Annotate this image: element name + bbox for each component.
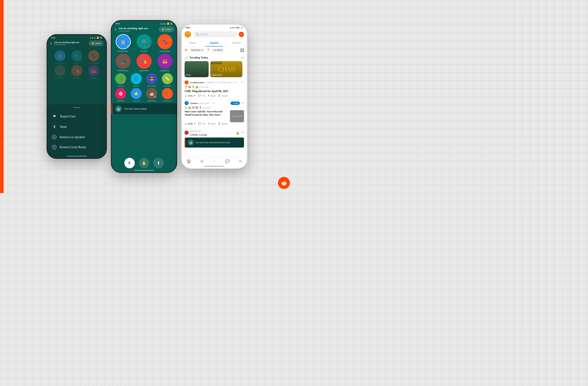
share-pol[interactable]: ⬆ Share [208,122,215,125]
trend-card-israel[interactable]: Israel [185,61,209,77]
room-info-1: ∨ Ask me anything right now 5,830 listen… [50,41,80,46]
global-label: GLOBAL [213,49,223,52]
upvote-pol[interactable]: ▲ 26.5k ▼ [185,122,196,125]
remove-room-item[interactable]: ✕ Remove from Room [47,142,106,152]
tab-awarded[interactable]: Awarded [225,39,247,46]
avatar-item-3[interactable]: 🐾 🔇 internetdesigns [86,50,101,64]
avatar-sortheworms[interactable]: 🍂 sortheworms [160,88,175,102]
room-listeners-1: 5,830 listeners [54,44,80,46]
global-filter[interactable]: GLOBAL [212,48,225,52]
avatar-kevinshieldsg[interactable]: 📺 kevinshieldsg... [113,54,133,71]
leave-button-2[interactable]: 🖐 Leave [159,27,174,32]
avatar-cinco-time[interactable]: ⭐ cinco_time [129,88,144,102]
post-wsb: r/ r/wallstreetbets u/OPINION_IS_UNPOPUL… [182,78,247,99]
avatar-item-2[interactable]: 👾 🔇 mbv2021 [69,50,84,64]
subreddit-pol[interactable]: r/politics [190,102,198,104]
avatar-internetdesigns[interactable]: 🐾 🔇 internetdesigns [155,34,174,52]
hand-button[interactable]: ✋ [139,158,149,168]
hot-posts-label: Hot Posts [191,49,200,52]
avatar-mbv2021[interactable]: 👾 🔇 mbv2021 [134,34,154,52]
award-wsb[interactable]: 🏆 Award [218,94,227,97]
phone-dark-full: 9:41 ▲▲▲ 📶 🔋 ∨ Ask me anything right now… [111,20,177,173]
post-thumb-pol: thedailybeast.com [230,110,244,122]
award-count-wsb: 223 Awards [199,86,209,88]
trend-label-israel: Israel [186,74,190,76]
post-title-pol: Matt Gaetz Said His 'Travel Records' Wou… [185,110,228,116]
join-button-pol[interactable]: + Join [231,102,240,105]
comments-pol[interactable]: 💬 1.2k [198,122,206,125]
tab-popular[interactable]: Popular [203,39,225,46]
post-promoted: OR PROMOTED u/OReilly_Learning 🔒 ••• 🤖 Y… [182,127,247,150]
grid-toggle[interactable] [240,48,244,52]
chevron-icon-1[interactable]: ∨ [50,41,52,45]
promoted-user: u/OReilly_Learning [190,134,207,136]
nav-browse[interactable]: ⊞ [200,159,203,164]
avatar-turbotime[interactable]: 🌀 turbotime [129,73,144,87]
search-bar[interactable]: 🔍 Search [193,31,237,37]
avatar-item-1[interactable]: 🤖 🎤 moderatorlarry [52,50,68,64]
avatar-timrobinon90[interactable]: 😎 timrobinon90 [145,73,159,87]
left-accent [0,0,4,193]
search-icon: 🔍 [196,33,199,36]
avatar-bonesrthe[interactable]: 🦴 ✋ bonesrthe$ [160,73,175,87]
phone-reddit: 8:05 ▲▲▲ LTE 🔋 😺 🔍 Search Free Home Popu… [181,24,247,169]
remove-speaker-item[interactable]: ✕ Remove as Speaker [47,132,106,142]
status-bar-1: 9:41 ▲▲▲ 📶 🔋 [47,35,106,40]
nav-chat[interactable]: 💬 [225,159,230,164]
post-time-wsb: • [232,81,233,84]
mute-item[interactable]: 🎙 Mute [47,122,106,132]
award-pol-3: 🤡 [192,106,195,109]
report-user-item[interactable]: ⚑ Report User [47,111,106,122]
lock-icon: 🔒 [236,131,240,135]
avatar-galaxie5001[interactable]: 🎭 galaxie5001 [134,54,154,71]
promoted-more[interactable]: ••• [241,131,244,134]
post-time-pol: • [211,102,211,104]
avatar-moderatorlarry[interactable]: 🤖 🎤 moderatorlarry [113,34,133,52]
nav-create[interactable]: + [213,159,215,164]
hot-posts-filter[interactable]: Hot Posts ∨ [189,48,205,52]
trending-cards: Israel PROMOTED CHAD Chad on tbs [185,61,244,77]
avatar-item-6[interactable]: 🦊 teddy2gloves [86,65,101,79]
avatar-teddy2gloves[interactable]: 🦊 teddy2gloves [155,54,174,71]
sheet-handle[interactable] [73,107,80,108]
promoted-label-chad: PROMOTED [211,62,222,64]
post-actions-wsb: ▲ 13.1k ▼ 💬 7.5k ⬆ Share 🏆 Award [185,94,244,97]
post-more-wsb[interactable]: ••• [241,81,244,84]
phone-dark-menu: 9:41 ▲▲▲ 📶 🔋 ∨ Ask me anything right now… [47,34,107,159]
wifi-icon: 📶 [97,37,99,39]
free-badge[interactable]: Free [239,32,244,37]
remove-room-icon: ✕ [52,145,56,149]
avatar-jomboy819[interactable]: 🌸 jomboy819 [113,88,128,102]
share-button[interactable]: ⬆ [153,158,164,168]
award-pol[interactable]: 🏆 Award [218,122,227,125]
award-3: 🏅 [192,86,195,89]
trend-card-chad[interactable]: PROMOTED CHAD Chad on tbs [210,61,242,77]
tab-home[interactable]: Home [182,39,203,46]
chevron-icon-2[interactable]: ∨ [114,27,117,31]
upvote-icon-pol: ▲ [185,122,187,125]
avatar-item-5[interactable]: 🎭 galaxie5001 [69,65,84,79]
comments-wsb[interactable]: 💬 7.5k [198,94,206,97]
trending-more[interactable]: ••• [241,56,244,60]
avatar-pastaman[interactable]: 🌿 ✋ pastaman [113,73,128,87]
post-user-pol: u/new-man2 [199,102,210,104]
avatar-dumbstarbuck[interactable]: ☕ ✋ dumbstarbuck [145,88,159,102]
share-wsb[interactable]: ⬆ Share [208,94,215,97]
chad-text: CHAD [218,66,235,73]
nav-mail[interactable]: ✉ [239,159,242,164]
room-listeners-2: 5,830 listeners [118,30,149,32]
avatar-item-4[interactable]: 📺 kevinshieldsg... [52,65,68,79]
tab-bar: Home Popular Awarded [182,39,247,47]
upvote-wsb[interactable]: ▲ 13.1k ▼ [185,94,196,97]
leave-button-1[interactable]: 🖐 Leave [89,41,104,46]
user-avatar[interactable]: 😺 [185,31,191,38]
subreddit-wsb[interactable]: r/wallstreetbets [190,81,204,84]
report-icon: ⚑ [52,114,57,119]
post-more-pol[interactable]: ••• [241,102,244,105]
status-bar-3: 8:05 ▲▲▲ LTE 🔋 [182,25,247,30]
muted-banner: 🤖 You have been muted. [111,103,176,114]
avatar-section-2: 🤖 🎤 moderatorlarry 👾 🔇 mbv2021 🐾 🔇 inter… [111,33,176,103]
nav-home[interactable]: 🏠 [187,159,191,164]
vote-count-pol: 26.5k [188,122,193,125]
mic-button[interactable]: 🎙 [124,158,135,168]
